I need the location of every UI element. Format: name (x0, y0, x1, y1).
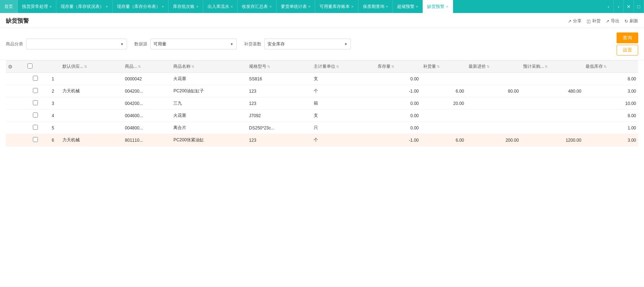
sort-icon-min_stock[interactable]: ⇅ (604, 65, 606, 69)
settings-button[interactable]: 设置 (617, 45, 638, 56)
row-checkbox-1[interactable] (33, 88, 38, 93)
refresh-button[interactable]: ↻ 刷新 (625, 18, 638, 24)
tab-close-icon-inventory-dist[interactable]: × (162, 4, 164, 9)
cell-latest_price-4 (466, 122, 521, 134)
datasource-label: 数据源 (134, 41, 147, 47)
tab-close-icon-batch[interactable]: × (196, 4, 198, 9)
col-label-unit: 主计量单位 (314, 64, 335, 69)
settings-column-icon[interactable]: ⚙ (8, 64, 13, 70)
row-checkbox-5[interactable] (33, 137, 38, 142)
table-row[interactable]: 6力天机械801110...PC200张紧油缸123个-1.006.00200.… (6, 134, 638, 146)
table-row[interactable]: 3004200...三九123箱0.0020.0010.00 (6, 97, 638, 110)
row-checkbox-0[interactable] (33, 76, 38, 81)
cell-product_code-0: 0000042 (123, 73, 171, 85)
row-checkbox-cell-5 (25, 134, 45, 146)
sort-icon-stock[interactable]: ⇅ (391, 65, 394, 69)
tab-flow[interactable]: 出入库流水× (203, 0, 238, 13)
col-header-replenish[interactable]: 补货量⇅ (421, 61, 466, 73)
tab-scroll-left[interactable]: ‹ (604, 0, 614, 13)
sort-icon-estimated[interactable]: ⇅ (545, 65, 548, 69)
tab-label-overstock: 超储预警 (397, 4, 414, 10)
cell-supplier-1: 力天机械 (60, 85, 123, 97)
col-label-latest_price: 最新进价 (469, 64, 486, 69)
table-row[interactable]: 4004600...火花塞J7092支0.008.00 (6, 110, 638, 122)
sort-icon-product_code[interactable]: ⇅ (138, 65, 141, 69)
cell-stock-2: 0.00 (375, 97, 421, 110)
export-button[interactable]: ↗ 导出 (606, 18, 619, 24)
cell-estimated-3 (521, 110, 583, 122)
cell-supplier-3 (60, 110, 123, 122)
col-header-latest_price[interactable]: 最新进价⇅ (466, 61, 521, 73)
cell-product_name-0: 火花塞 (171, 73, 247, 85)
tab-close-icon-expiry[interactable]: × (386, 4, 388, 9)
sort-icon-latest_price[interactable]: ⇅ (487, 65, 489, 69)
tab-close-icon-flow[interactable]: × (231, 4, 233, 9)
col-header-spec[interactable]: 规格型号⇅ (247, 61, 312, 73)
tab-label-order-stat: 要货单统计表 (281, 4, 307, 10)
col-header-product_name[interactable]: 商品名称⇅ (171, 61, 247, 73)
tab-available[interactable]: 可用量库存账本× (315, 0, 358, 13)
tab-collect[interactable]: 收发存汇总表× (238, 0, 276, 13)
table-row[interactable]: 5004800...离合片DS250*23c...只0.001.00 (6, 122, 638, 134)
col-header-min_stock[interactable]: 最低库存⇅ (583, 61, 638, 73)
replenish-button[interactable]: ◫ 补货 (587, 18, 601, 24)
col-label-product_name: 商品名称 (173, 64, 191, 69)
sort-icon-replenish[interactable]: ⇅ (437, 65, 440, 69)
tab-inventory-status[interactable]: 现存量（库存状况表）× (56, 0, 112, 13)
tab-scroll-right[interactable]: › (614, 0, 624, 13)
cell-min_stock-3: 8.00 (583, 110, 638, 122)
share-button[interactable]: ↗ 分享 (568, 18, 582, 24)
col-header-supplier[interactable]: 默认供应...⇅ (60, 61, 123, 73)
page-title: 缺货预警 (6, 17, 29, 25)
cell-product_code-4: 004800... (123, 122, 171, 134)
col-header-settings: ⚙ (6, 61, 25, 73)
row-checkbox-4[interactable] (33, 125, 38, 130)
select-all-checkbox[interactable] (27, 63, 32, 69)
tab-expiry[interactable]: 保质期查询× (358, 0, 393, 13)
tab-overstock[interactable]: 超储预警× (393, 0, 423, 13)
sort-icon-spec[interactable]: ⇅ (267, 65, 270, 69)
tab-batch[interactable]: 库存批次账× (169, 0, 203, 13)
table-row[interactable]: 2力天机械004200...PC200油缸缸子123个-1.006.0080.0… (6, 85, 638, 97)
tab-shortage[interactable]: 缺货预警× (423, 0, 453, 13)
row-checkbox-3[interactable] (33, 112, 38, 118)
replenish-base-value: 安全库存 (267, 41, 285, 47)
category-filter-group: 商品分类 ▼ (6, 39, 127, 49)
tab-close-icon-abnormal[interactable]: × (49, 4, 52, 9)
col-header-product_code[interactable]: 商品...⇅ (123, 61, 171, 73)
row-checkbox-2[interactable] (33, 100, 38, 105)
cell-product_name-1: PC200油缸缸子 (171, 85, 247, 97)
cell-stock-3: 0.00 (375, 110, 421, 122)
col-label-estimated: 预计采购... (523, 64, 544, 69)
sort-icon-supplier[interactable]: ⇅ (84, 65, 87, 69)
col-header-estimated[interactable]: 预计采购...⇅ (521, 61, 583, 73)
tab-home[interactable]: 首页 (0, 0, 18, 13)
cell-min_stock-2: 10.00 (583, 97, 638, 110)
datasource-select[interactable]: 可用量 ▼ (150, 39, 237, 49)
tab-label-home: 首页 (4, 4, 13, 10)
table-row[interactable]: 10000042火花塞SS816支0.008.00 (6, 73, 638, 85)
tab-close-icon-inventory-status[interactable]: × (105, 4, 108, 9)
tab-abnormal[interactable]: 拣货异常处理× (18, 0, 56, 13)
tab-inventory-dist[interactable]: 现存量（库存分布表）× (113, 0, 169, 13)
sort-icon-product_name[interactable]: ⇅ (191, 65, 194, 69)
category-select[interactable]: ▼ (26, 39, 127, 49)
header-actions: ↗ 分享 ◫ 补货 ↗ 导出 ↻ 刷新 (568, 18, 638, 24)
col-header-unit[interactable]: 主计量单位⇅ (312, 61, 376, 73)
tab-fullscreen[interactable]: □ (634, 0, 644, 13)
sort-icon-unit[interactable]: ⇅ (336, 65, 339, 69)
datasource-chevron-icon: ▼ (230, 42, 234, 46)
col-header-stock[interactable]: 库存量⇅ (375, 61, 421, 73)
replenish-base-select[interactable]: 安全库存 ▼ (264, 39, 351, 49)
cell-replenish-1: 6.00 (421, 85, 466, 97)
cell-product_code-5: 801110... (123, 134, 171, 146)
query-button[interactable]: 查询 (617, 32, 638, 43)
tab-close-icon-collect[interactable]: × (269, 4, 271, 9)
tab-close-all[interactable]: ✕ (624, 0, 634, 13)
tab-close-icon-order-stat[interactable]: × (308, 4, 310, 9)
tab-close-icon-shortage[interactable]: × (446, 4, 448, 9)
tab-close-icon-available[interactable]: × (351, 4, 353, 9)
cell-replenish-2: 20.00 (421, 97, 466, 110)
tab-order-stat[interactable]: 要货单统计表× (277, 0, 315, 13)
tab-close-icon-overstock[interactable]: × (416, 4, 418, 9)
